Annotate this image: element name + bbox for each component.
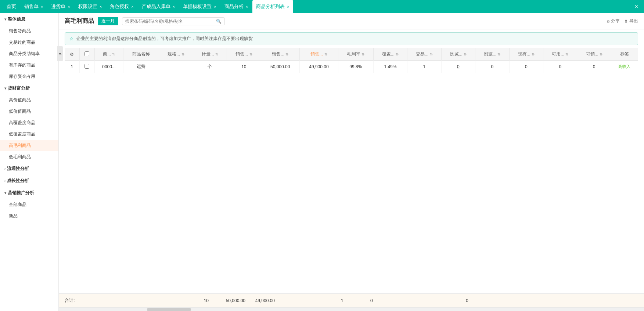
cell-code: 0000... [94,61,123,73]
table-footer: 合计: 10 50,000.00 49,900.00 1 0 0 [59,293,644,307]
sidebar-item-high-margin[interactable]: 高毛利商品 [0,140,58,151]
cell-unit: 个 [193,61,227,73]
window-close-button[interactable]: × [632,3,641,10]
cell-transactions: 1 [407,61,441,73]
sidebar-item-low-value[interactable]: 低价值商品 [0,106,58,117]
nav-close-template[interactable]: × [214,4,216,9]
col-code[interactable]: 商... ⇅ [94,48,123,61]
scrollbar-thumb[interactable] [147,308,191,311]
nav-close-permissions[interactable]: × [100,4,102,9]
footer-label: 合计: [65,297,75,304]
sidebar-item-low-margin[interactable]: 低毛利商品 [0,151,58,163]
share-icon: ⎋ [607,19,609,24]
col-unit[interactable]: 计量... ⇅ [193,48,227,61]
cell-spec [159,61,193,73]
cell-stock1: 0 [509,61,543,73]
col-margin[interactable]: 毛利率 ⇅ [338,48,374,61]
page-title: 高毛利商品 [65,17,94,25]
arrow-down-icon: ▾ [4,17,6,21]
sidebar-group-liquidity[interactable]: › 流通性分析 [0,163,58,175]
cell-sales3: 49,900.00 [299,61,338,73]
col-sales2[interactable]: 销售... ⇅ [261,48,299,61]
nav-permissions[interactable]: 权限设置 × [75,0,105,13]
footer-stock2: 0 [452,298,482,303]
footer-sales1: 10 [191,298,221,303]
nav-close-product-analysis-list[interactable]: × [287,4,289,9]
sidebar: ▾ 整体信息 销售货商品 交易过的商品 商品分类助销率 有库存的商品 库存资金占… [0,13,59,311]
select-all-checkbox[interactable] [84,51,89,56]
content-header: 高毛利商品 近一月 🔍 ⎋ 分享 ⬆ 导出 [59,13,644,29]
nav-sales-order[interactable]: 销售单 × [21,0,47,13]
sidebar-item-low-coverage[interactable]: 低覆盖度商品 [0,129,58,140]
sidebar-item-stock-capital[interactable]: 库存资金占用 [0,71,58,82]
nav-close-roles[interactable]: × [131,4,133,9]
nav-roles[interactable]: 角色授权 × [106,0,137,13]
sidebar-item-new-goods[interactable]: 新品 [0,210,58,222]
sidebar-group-marketing[interactable]: ▾ 营销推广分析 [0,187,58,199]
footer-sales3: 49,900.00 [250,298,280,303]
nav-close-product-inbound[interactable]: × [173,4,175,9]
arrow-right-icon: › [4,167,6,171]
nav-close-purchase[interactable]: × [68,4,70,9]
col-stock3[interactable]: 可销... ⇅ [577,48,611,61]
sidebar-item-high-coverage[interactable]: 高覆盖度商品 [0,117,58,129]
data-table: ⚙ 商... ⇅ 商品名称 规格... ⇅ 计量... ⇅ 销售... ⇅ 销售… [65,48,638,73]
top-navigation: 首页 销售单 × 进货单 × 权限设置 × 角色授权 × 产成品入库单 × 单据… [0,0,644,13]
col-sales3[interactable]: 销售... ⇅ [299,48,338,61]
sidebar-item-all-goods[interactable]: 全部商品 [0,199,58,210]
arrow-down-icon2: ▾ [4,86,6,90]
footer-transactions: 1 [327,298,357,303]
export-button[interactable]: ⬆ 导出 [624,18,638,24]
col-settings[interactable]: ⚙ [65,48,79,61]
sidebar-item-high-value[interactable]: 高价值商品 [0,94,58,106]
col-checkbox [79,48,94,61]
search-input[interactable] [125,19,216,24]
cell-sales2: 50,000.00 [261,61,299,73]
export-icon: ⬆ [624,19,628,24]
share-button[interactable]: ⎋ 分享 [607,18,620,24]
nav-home[interactable]: 首页 [3,0,20,13]
col-name: 商品名称 [123,48,159,61]
col-sales1[interactable]: 销售... ⇅ [227,48,261,61]
sidebar-item-traded-goods[interactable]: 交易过的商品 [0,37,58,48]
col-spec[interactable]: 规格... ⇅ [159,48,193,61]
search-icon[interactable]: 🔍 [216,19,222,24]
cell-sales1: 10 [227,61,261,73]
nav-product-analysis[interactable]: 商品分析 × [221,0,252,13]
cell-views2: 0 [475,61,509,73]
sidebar-item-sales-goods[interactable]: 销售货商品 [0,25,58,37]
col-transactions[interactable]: 交易... ⇅ [407,48,441,61]
nav-purchase-order[interactable]: 进货单 × [47,0,73,13]
col-stock2[interactable]: 可用... ⇅ [543,48,577,61]
nav-product-inbound[interactable]: 产成品入库单 × [138,0,179,13]
cell-views1[interactable]: 0 [441,61,475,73]
sidebar-group-wealth[interactable]: ▾ 货财富分析 [0,82,58,94]
table-container: ⚙ 商... ⇅ 商品名称 规格... ⇅ 计量... ⇅ 销售... ⇅ 销售… [59,48,644,293]
row-checkbox[interactable] [84,64,89,69]
sidebar-group-overall[interactable]: ▾ 整体信息 [0,13,58,25]
col-tag: 标签 [611,48,638,61]
main-layout: « ▾ 整体信息 销售货商品 交易过的商品 商品分类助销率 有库存的商品 库存资… [0,13,644,311]
nav-close-sales[interactable]: × [41,4,43,9]
col-views2[interactable]: 浏览... ⇅ [475,48,509,61]
sidebar-group-growth[interactable]: › 成长性分析 [0,175,58,187]
sidebar-item-stocked-goods[interactable]: 有库存的商品 [0,59,58,71]
cell-num: 1 [65,61,79,73]
horizontal-scrollbar[interactable] [59,307,644,311]
col-stock1[interactable]: 现有... ⇅ [509,48,543,61]
col-coverage[interactable]: 覆盖... ⇅ [373,48,407,61]
table-header-row: ⚙ 商... ⇅ 商品名称 规格... ⇅ 计量... ⇅ 销售... ⇅ 销售… [65,48,638,61]
footer-stock1: 0 [357,298,386,303]
col-views1[interactable]: 浏览... ⇅ [441,48,475,61]
footer-sales2: 50,000.00 [221,298,250,303]
cell-checkbox [79,61,94,73]
arrow-down-icon3: ▾ [4,191,6,195]
nav-product-analysis-list[interactable]: 商品分析列表 × [252,0,293,13]
sidebar-toggle-button[interactable]: « [57,46,63,61]
sidebar-item-category-rate[interactable]: 商品分类助销率 [0,48,58,59]
period-button[interactable]: 近一月 [98,17,118,25]
info-icon: ☆ [69,36,73,41]
nav-close-product-analysis[interactable]: × [246,4,248,9]
nav-template[interactable]: 单据模板设置 × [179,0,220,13]
content-area: 高毛利商品 近一月 🔍 ⎋ 分享 ⬆ 导出 ☆ 企业的主要的利润都是这部分商品创… [59,13,644,311]
